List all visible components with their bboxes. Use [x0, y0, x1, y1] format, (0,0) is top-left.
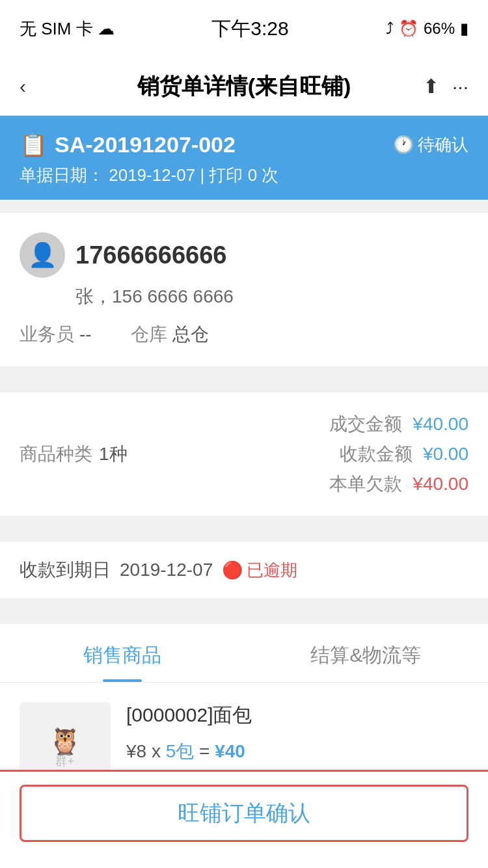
overdue-badge: 🔴 已逾期 [222, 559, 297, 582]
received-label: 收款金额 [340, 442, 413, 467]
owed-value: ¥40.00 [413, 474, 468, 495]
unit-price: ¥8 x [126, 741, 166, 761]
status-clock-icon: 🕐 [393, 135, 414, 155]
order-date-row: 单据日期： 2019-12-07 | 打印 0 次 [20, 164, 468, 187]
due-date-value: 2019-12-07 [120, 560, 213, 580]
overdue-text: 已逾期 [247, 559, 297, 582]
deal-amount-value: ¥40.00 [413, 414, 468, 435]
received-value: ¥0.00 [423, 444, 468, 465]
order-header-top: 📋 SA-20191207-002 🕐 待确认 [20, 131, 468, 157]
wangpu-confirm-button[interactable]: 旺铺订单确认 [20, 785, 468, 842]
status-bar: 无 SIM 卡 ☁ 下午3:28 ⤴ ⏰ 66% ▮ [0, 0, 488, 57]
nav-right-actions: ⬆ ··· [416, 75, 468, 98]
summary-card: 商品种类 1种 成交金额 ¥40.00 收款金额 ¥0.00 本单欠款 ¥40.… [0, 392, 488, 516]
nav-bar: ‹ 销货单详情(来自旺铺) ⬆ ··· [0, 57, 488, 116]
tab-sales-products[interactable]: 销售商品 [0, 624, 244, 682]
sales-label: 业务员 [20, 322, 74, 347]
tab-sales-products-label: 销售商品 [83, 644, 161, 666]
product-type-value: 1种 [99, 442, 128, 467]
sales-value: -- [79, 324, 92, 345]
share-button[interactable]: ⬆ [423, 75, 439, 98]
equals-sign: = [194, 741, 215, 761]
customer-phone-row: 👤 17666666666 [20, 232, 468, 278]
owed-label: 本单欠款 [329, 472, 402, 496]
order-status: 🕐 待确认 [393, 133, 468, 156]
customer-meta: 业务员 -- 仓库 总仓 [20, 322, 468, 347]
order-date-value: 2019-12-07 [109, 165, 195, 185]
quantity: 5包 [166, 741, 195, 761]
nav-left-actions: ‹ [20, 75, 72, 98]
alarm-icon: ⏰ [399, 20, 418, 38]
back-button[interactable]: ‹ [20, 75, 26, 98]
product-info: [0000002]面包 ¥8 x 5包 = ¥40 [126, 702, 468, 764]
warehouse-label: 仓库 [131, 322, 167, 347]
date-label: 单据日期： [20, 165, 104, 185]
divider-3 [0, 598, 488, 611]
product-type-label: 商品种类 [20, 442, 92, 467]
overdue-icon: 🔴 [222, 560, 243, 580]
amounts: 成交金额 ¥40.00 收款金额 ¥0.00 本单欠款 ¥40.00 [329, 412, 468, 496]
tab-settlement-logistics-label: 结算&物流等 [310, 644, 421, 666]
due-date-label: 收款到期日 [20, 558, 111, 582]
owed-amount-row: 本单欠款 ¥40.00 [329, 472, 468, 496]
order-header-card: 📋 SA-20191207-002 🕐 待确认 单据日期： 2019-12-07… [0, 116, 488, 200]
warehouse: 仓库 总仓 [131, 322, 209, 347]
order-icon: 📋 [20, 131, 47, 157]
status-left: 无 SIM 卡 ☁ [20, 18, 115, 40]
divider-1 [0, 366, 488, 379]
battery-icon: ▮ [460, 20, 468, 38]
divider-2 [0, 516, 488, 529]
tab-settlement-logistics[interactable]: 结算&物流等 [244, 624, 488, 682]
more-button[interactable]: ··· [452, 75, 468, 98]
deal-amount-label: 成交金额 [329, 412, 402, 437]
order-id-text: SA-20191207-002 [55, 132, 236, 157]
warehouse-value: 总仓 [172, 322, 209, 347]
product-price: ¥8 x 5包 = ¥40 [126, 739, 468, 764]
customer-name: 张，156 6666 6666 [75, 284, 468, 309]
sim-wifi-indicator: 无 SIM 卡 ☁ [20, 18, 115, 40]
deal-amount-row: 成交金额 ¥40.00 [329, 412, 468, 437]
owl-icon: 🦉 [49, 728, 81, 754]
print-info: | 打印 0 次 [200, 165, 278, 185]
product-type: 商品种类 1种 [20, 412, 316, 496]
product-name: [0000002]面包 [126, 702, 468, 729]
customer-card: 👤 17666666666 张，156 6666 6666 业务员 -- 仓库 … [0, 213, 488, 366]
total-price: ¥40 [215, 741, 245, 761]
owl-text: 群+ [55, 755, 75, 767]
avatar: 👤 [20, 232, 65, 278]
product-logo: 🦉 群+ [49, 728, 81, 767]
tabs-container: 销售商品 结算&物流等 [0, 624, 488, 683]
status-time: 下午3:28 [211, 16, 288, 42]
location-icon: ⤴ [386, 20, 394, 38]
avatar-icon: 👤 [28, 241, 57, 269]
bottom-bar: 旺铺订单确认 [0, 770, 488, 868]
battery-indicator: 66% [424, 20, 455, 38]
sales-person: 业务员 -- [20, 322, 92, 347]
status-right: ⤴ ⏰ 66% ▮ [386, 20, 468, 38]
customer-phone-number: 17666666666 [75, 241, 226, 269]
due-date-card: 收款到期日 2019-12-07 🔴 已逾期 [0, 542, 488, 598]
order-id: 📋 SA-20191207-002 [20, 131, 236, 157]
page-title: 销货单详情(来自旺铺) [72, 72, 416, 102]
received-amount-row: 收款金额 ¥0.00 [340, 442, 468, 467]
status-text: 待确认 [418, 133, 468, 156]
